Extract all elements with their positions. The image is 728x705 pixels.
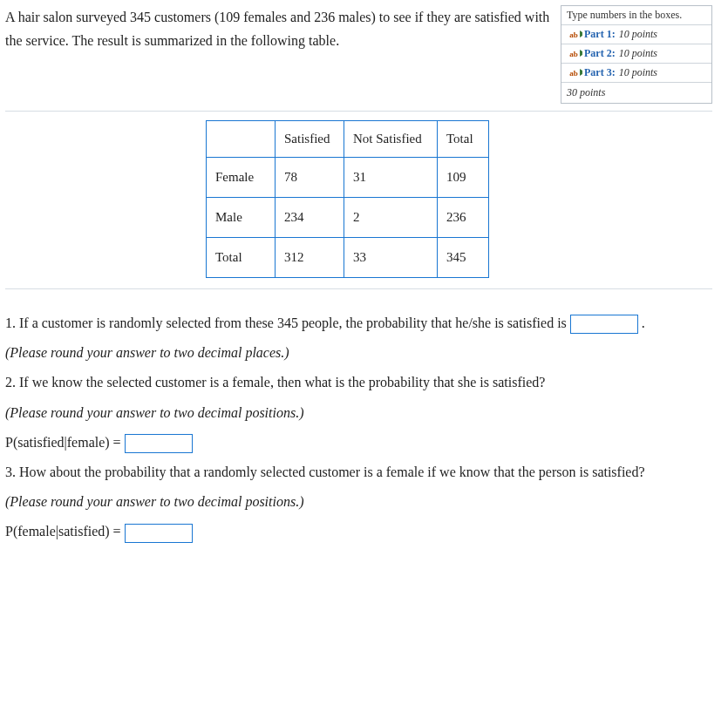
question-2-formula: P(satisfied|female) = (5, 435, 121, 450)
part-points: 10 points (619, 66, 657, 79)
part-points: 10 points (619, 28, 657, 41)
table-cell: 33 (344, 238, 438, 278)
points-part-3: ab Part 3: 10 points (561, 64, 711, 83)
edit-icon: ab (567, 29, 581, 41)
table-header-cell: Total (438, 121, 489, 158)
part-label: Part 3: (584, 66, 616, 79)
hint-2: (Please round your answer to two decimal… (5, 399, 712, 426)
top-section: A hair salon surveyed 345 customers (109… (5, 5, 712, 111)
table-header-cell (207, 121, 276, 158)
question-1-text: 1. If a customer is randomly selected fr… (5, 315, 567, 330)
question-1-period: . (642, 315, 645, 330)
question-1: 1. If a customer is randomly selected fr… (5, 309, 712, 336)
points-part-1: ab Part 1: 10 points (561, 25, 711, 44)
table-row: Total 312 33 345 (207, 238, 489, 278)
data-table: Satisfied Not Satisfied Total Female 78 … (206, 120, 489, 278)
answer-input-3[interactable] (125, 524, 193, 543)
question-2-formula-line: P(satisfied|female) = (5, 429, 712, 456)
table-cell: 234 (276, 198, 344, 238)
part-label: Part 2: (584, 47, 616, 60)
table-cell: 2 (344, 198, 438, 238)
problem-statement: A hair salon surveyed 345 customers (109… (5, 5, 554, 52)
table-row: Female 78 31 109 (207, 158, 489, 198)
table-cell: 345 (438, 238, 489, 278)
table-cell: Total (207, 238, 276, 278)
hint-1: (Please round your answer to two decimal… (5, 339, 712, 366)
table-cell: 78 (276, 158, 344, 198)
points-total: 30 points (561, 83, 711, 103)
part-label: Part 1: (584, 28, 616, 41)
table-cell: 31 (344, 158, 438, 198)
questions-section: 1. If a customer is randomly selected fr… (5, 289, 712, 546)
table-cell: 312 (276, 238, 344, 278)
edit-icon: ab (567, 67, 581, 79)
part-points: 10 points (619, 47, 657, 60)
table-cell: 109 (438, 158, 489, 198)
points-part-2: ab Part 2: 10 points (561, 44, 711, 64)
points-box: Type numbers in the boxes. ab Part 1: 10… (561, 5, 712, 104)
table-cell: 236 (438, 198, 489, 238)
question-3-formula-line: P(female|satisfied) = (5, 518, 712, 545)
data-table-wrapper: Satisfied Not Satisfied Total Female 78 … (5, 112, 712, 288)
question-3-formula: P(female|satisfied) = (5, 524, 121, 539)
table-cell: Male (207, 198, 276, 238)
question-2-text: 2. If we know the selected customer is a… (5, 369, 712, 396)
points-box-header: Type numbers in the boxes. (561, 6, 711, 25)
question-3-text: 3. How about the probability that a rand… (5, 458, 712, 485)
answer-input-1[interactable] (570, 315, 638, 334)
table-cell: Female (207, 158, 276, 198)
edit-icon: ab (567, 48, 581, 60)
table-header-cell: Not Satisfied (344, 121, 438, 158)
table-header-cell: Satisfied (276, 121, 344, 158)
table-row: Male 234 2 236 (207, 198, 489, 238)
hint-3: (Please round your answer to two decimal… (5, 488, 712, 515)
table-header-row: Satisfied Not Satisfied Total (207, 121, 489, 158)
answer-input-2[interactable] (125, 434, 193, 453)
